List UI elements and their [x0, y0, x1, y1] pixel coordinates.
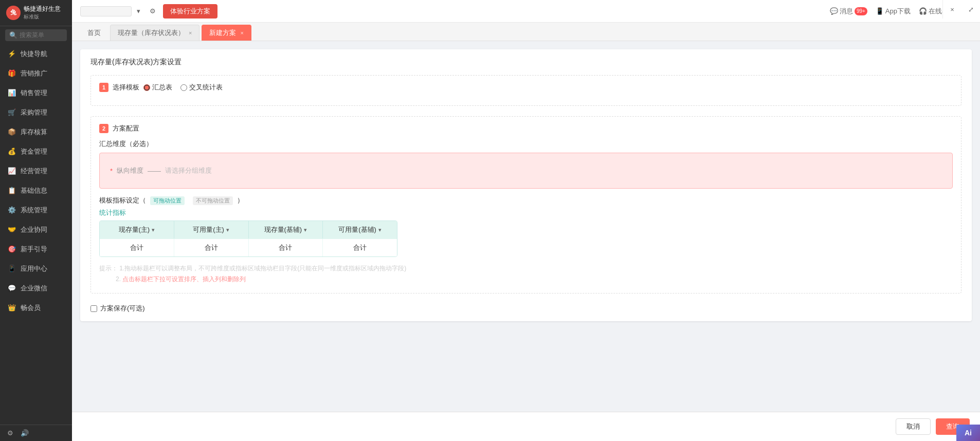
step2-title: 方案配置	[113, 124, 139, 133]
stats-col-4[interactable]: 可用量(基辅) ▾	[323, 221, 397, 238]
sidebar-item-label: 企业协同	[21, 225, 47, 234]
sidebar-item-member[interactable]: 👑 畅会员	[0, 298, 72, 318]
help-icon[interactable]: 🔊	[21, 429, 29, 437]
tab-inventory-close-icon[interactable]: ×	[189, 30, 192, 36]
sidebar-item-label: 销售管理	[21, 88, 47, 98]
tab-inventory-status[interactable]: 现存量（库存状况表） ×	[110, 25, 199, 41]
sidebar-item-wechat[interactable]: 💬 企业微信	[0, 279, 72, 298]
gear-icon[interactable]: ⚙	[148, 5, 158, 17]
sidebar-item-newbie[interactable]: 🎯 新手引导	[0, 240, 72, 259]
sidebar-item-basic[interactable]: 📋 基础信息	[0, 181, 72, 200]
member-icon: 👑	[7, 303, 16, 313]
message-icon: 💬	[830, 7, 838, 15]
stats-data-row: 合计 合计 合计 合计	[100, 238, 397, 256]
sidebar-item-finance[interactable]: 💰 资金管理	[0, 142, 72, 161]
tips-prefix-1: 提示：	[99, 265, 118, 272]
sidebar-item-system[interactable]: ⚙️ 系统管理	[0, 200, 72, 220]
sidebar-footer: ⚙ 🔊	[0, 425, 72, 441]
step2-header: 2 方案配置	[99, 124, 953, 133]
tab-new-close-icon[interactable]: ×	[240, 30, 243, 36]
breadcrumb-dropdown-button[interactable]: ▾	[135, 6, 142, 16]
sidebar-item-purchase[interactable]: 🛒 采购管理	[0, 103, 72, 122]
step2-badge: 2	[99, 124, 108, 133]
tips-prefix-2: 2.	[99, 275, 121, 283]
stats-col-4-label: 可用量(基辅)	[338, 225, 376, 234]
contract-icon: 🤝	[7, 225, 16, 234]
sales-icon: 📊	[7, 88, 16, 98]
sidebar-search-area: 🔍	[0, 26, 72, 44]
message-label: 消息	[840, 7, 853, 16]
main-wrapper: ▾ ⚙ 体验行业方案 💬 消息 99+ 📱 App下载 🎧 在线客服 👤	[72, 0, 980, 441]
sidebar-item-apps[interactable]: 📱 应用中心	[0, 259, 72, 279]
sidebar-item-contract[interactable]: 🤝 企业协同	[0, 220, 72, 240]
stats-col-3-label: 现存量(基辅)	[264, 225, 302, 234]
radio-cross-label[interactable]: 交叉统计表	[180, 83, 223, 92]
message-badge: 99+	[855, 7, 867, 15]
radio-summary[interactable]	[143, 84, 150, 91]
topbar: ▾ ⚙ 体验行业方案 💬 消息 99+ 📱 App下载 🎧 在线客服 👤	[72, 0, 980, 23]
sidebar-item-quick-nav[interactable]: ⚡ 快捷导航	[0, 44, 72, 64]
topbar-left: ▾	[80, 6, 142, 16]
window-controls: × ⤢	[942, 0, 980, 19]
stats-col-1[interactable]: 现存量(主) ▾	[100, 221, 174, 238]
search-input-wrapper[interactable]: 🔍	[5, 29, 67, 41]
app-download-button[interactable]: 📱 App下载	[876, 7, 911, 16]
tab-new-plan[interactable]: 新建方案 ×	[202, 25, 251, 41]
search-input[interactable]	[20, 31, 61, 39]
step2-section: 2 方案配置 汇总维度（必选） * 纵向维度 —— 请选择分组维度	[90, 116, 961, 293]
tab-home[interactable]: 首页	[80, 25, 108, 41]
dimension-key: 纵向维度	[117, 166, 143, 175]
tips-text-1: 1.拖动标题栏可以调整布局，不可跨维度或指标区域拖动栏目字段(只能在同一维度或指…	[119, 265, 406, 272]
save-plan-checkbox[interactable]	[90, 305, 97, 312]
app-download-label: App下载	[885, 7, 911, 16]
step1-badge: 1	[99, 83, 108, 92]
app-name: 畅捷通好生意	[24, 5, 61, 13]
sidebar-logo: 兔 畅捷通好生意 标准版	[0, 0, 72, 26]
cancel-button[interactable]: 取消	[896, 418, 931, 435]
plan-button[interactable]: 体验行业方案	[163, 4, 217, 19]
sidebar-item-label: 新手引导	[21, 245, 47, 254]
col1-dropdown-icon[interactable]: ▾	[152, 227, 155, 233]
sidebar-item-label: 采购管理	[21, 108, 47, 117]
phone-icon: 📱	[876, 7, 884, 15]
stats-label: 统计指标	[99, 208, 953, 217]
stats-cell-2: 合计	[174, 239, 249, 256]
page-title: 现存量(库存状况表)方案设置	[90, 58, 961, 67]
expand-button[interactable]: ⤢	[961, 0, 980, 19]
business-icon: 📈	[7, 167, 16, 176]
sidebar-item-sales[interactable]: 📊 销售管理	[0, 83, 72, 103]
stats-col-3[interactable]: 现存量(基辅) ▾	[249, 221, 323, 238]
sidebar-item-label: 系统管理	[21, 206, 47, 215]
message-button[interactable]: 💬 消息 99+	[830, 7, 867, 16]
tip-2: 2. 点击标题栏下拉可设置排序、插入列和删除列	[99, 275, 953, 284]
col2-dropdown-icon[interactable]: ▾	[226, 227, 229, 233]
sidebar-item-business[interactable]: 📈 经营管理	[0, 161, 72, 181]
breadcrumb-input[interactable]	[80, 6, 132, 16]
save-plan-row: 方案保存(可选)	[90, 304, 961, 313]
dimension-required-mark: *	[110, 167, 113, 175]
logo-icon: 兔	[6, 6, 21, 20]
settings-icon[interactable]: ⚙	[7, 429, 13, 437]
col4-dropdown-icon[interactable]: ▾	[378, 227, 382, 233]
save-plan-label: 方案保存(可选)	[100, 304, 145, 313]
sidebar-item-label: 企业微信	[21, 284, 47, 293]
sidebar-item-label: 库存核算	[21, 127, 47, 137]
sidebar-item-marketing[interactable]: 🎁 营销推广	[0, 64, 72, 83]
tab-new-label: 新建方案	[209, 28, 236, 38]
radio-cross[interactable]	[180, 84, 187, 91]
col3-dropdown-icon[interactable]: ▾	[304, 227, 307, 233]
close-button[interactable]: ×	[943, 0, 961, 19]
step1-header: 1 选择模板 汇总表 交叉统计表	[99, 83, 953, 92]
sidebar-item-inventory[interactable]: 📦 库存核算	[0, 122, 72, 142]
dimension-separator: ——	[148, 167, 161, 175]
dimension-area[interactable]: * 纵向维度 —— 请选择分组维度	[99, 153, 953, 189]
marketing-icon: 🎁	[7, 69, 16, 78]
sidebar-item-label: 快捷导航	[21, 49, 47, 59]
wechat-icon: 💬	[7, 284, 16, 293]
ai-badge[interactable]: Ai	[956, 425, 980, 441]
radio-summary-label[interactable]: 汇总表	[143, 83, 172, 92]
stats-col-2[interactable]: 可用量(主) ▾	[174, 221, 249, 238]
sidebar-nav: 🔍 ⚡ 快捷导航 🎁 营销推广 📊 销售管理 🛒 采购管理 📦 库存核算 💰 资…	[0, 26, 72, 425]
stats-cell-4: 合计	[323, 239, 397, 256]
stats-cell-1: 合计	[100, 239, 174, 256]
